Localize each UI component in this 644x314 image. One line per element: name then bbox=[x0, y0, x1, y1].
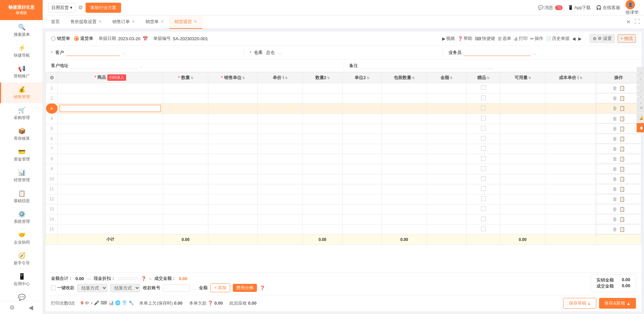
gift-checkbox[interactable] bbox=[481, 206, 486, 211]
unit2-cell[interactable] bbox=[342, 174, 382, 184]
settlement-method-select[interactable]: 结算方式 bbox=[77, 284, 107, 292]
right-btn-7[interactable]: ✩ bbox=[637, 103, 644, 112]
copy-row-icon[interactable]: 📋 bbox=[619, 136, 625, 141]
topbar-gear-icon[interactable]: ⚙ bbox=[78, 4, 83, 11]
unit2-cell[interactable] bbox=[342, 124, 382, 134]
quantity2-cell[interactable] bbox=[303, 124, 342, 134]
delete-row-icon[interactable]: 🗑 bbox=[612, 106, 617, 111]
sales-unit-cell[interactable] bbox=[208, 114, 258, 124]
copy-row-icon[interactable]: 📋 bbox=[619, 186, 625, 192]
unit2-cell[interactable] bbox=[342, 214, 382, 224]
delete-row-icon[interactable]: 🗑 bbox=[612, 136, 617, 141]
package-qty-cell[interactable] bbox=[382, 224, 427, 235]
delete-row-icon[interactable]: 🗑 bbox=[612, 206, 617, 212]
gift-cell[interactable] bbox=[466, 114, 500, 124]
price-sort-icon[interactable]: ⇅ bbox=[285, 76, 287, 80]
toolbar-icon2[interactable]: ♪ bbox=[91, 300, 93, 306]
account-input[interactable] bbox=[163, 284, 190, 292]
package-qty-cell[interactable] bbox=[382, 194, 427, 204]
unit-price-cell[interactable] bbox=[258, 83, 303, 93]
product-cell[interactable] bbox=[58, 114, 163, 124]
cost-price-cell[interactable] bbox=[545, 83, 596, 93]
cash-discount-input[interactable] bbox=[118, 277, 138, 279]
tab-close-4[interactable]: ✕ bbox=[194, 19, 197, 24]
cost-price-cell[interactable] bbox=[545, 103, 596, 114]
unit2-cell[interactable] bbox=[342, 224, 382, 235]
prev-icon[interactable]: ◀ bbox=[572, 36, 576, 41]
unit-price-cell[interactable] bbox=[258, 154, 303, 164]
product-cell[interactable] bbox=[58, 214, 163, 224]
radio-return[interactable]: 退货单 bbox=[74, 36, 93, 42]
radio-sale[interactable]: 销货单 bbox=[51, 36, 70, 42]
unit2-cell[interactable] bbox=[342, 154, 382, 164]
product-cell[interactable] bbox=[58, 224, 163, 235]
unit2-cell[interactable] bbox=[342, 164, 382, 174]
package-qty-cell[interactable] bbox=[382, 144, 427, 154]
next-icon[interactable]: ▶ bbox=[578, 36, 582, 41]
price-info-icon[interactable]: ℹ bbox=[282, 75, 284, 80]
unit-price-cell[interactable] bbox=[258, 174, 303, 184]
gift-cell[interactable] bbox=[466, 164, 500, 174]
copy-row-icon[interactable]: 📋 bbox=[619, 216, 625, 222]
available-cell[interactable] bbox=[500, 204, 545, 214]
address-input[interactable] bbox=[70, 62, 138, 69]
package-qty-cell[interactable] bbox=[382, 184, 427, 194]
sidebar-item-basic[interactable]: 📋基础信息 bbox=[0, 186, 43, 207]
gift-checkbox[interactable] bbox=[481, 146, 486, 151]
quantity-cell[interactable] bbox=[163, 103, 208, 114]
copy-row-icon[interactable]: 📋 bbox=[619, 126, 625, 131]
sidebar-item-system[interactable]: ⚙️系统管理 bbox=[0, 207, 43, 228]
available-cell[interactable] bbox=[500, 224, 545, 235]
available-cell[interactable] bbox=[500, 83, 545, 93]
tab-close-3[interactable]: ✕ bbox=[161, 19, 164, 24]
quantity2-cell[interactable] bbox=[303, 214, 342, 224]
tab-close-2[interactable]: ✕ bbox=[132, 19, 135, 24]
cost-price-cell[interactable] bbox=[545, 144, 596, 154]
toolbar-icon1[interactable]: 中 bbox=[85, 300, 89, 306]
available-cell[interactable] bbox=[500, 214, 545, 224]
copy-row-icon[interactable]: 📋 bbox=[619, 156, 625, 162]
discount-help-icon[interactable]: ❓ bbox=[141, 276, 146, 281]
right-btn-2[interactable]: 客 bbox=[637, 73, 644, 78]
amount-cell[interactable] bbox=[427, 124, 466, 134]
cost-price-cell[interactable] bbox=[545, 194, 596, 204]
warehouse-dots[interactable]: ... bbox=[278, 50, 282, 55]
gift-checkbox[interactable] bbox=[481, 186, 486, 191]
quantity-cell[interactable] bbox=[163, 124, 208, 134]
quantity2-cell[interactable] bbox=[303, 103, 342, 114]
sidebar-item-shortcuts[interactable]: ⚡快捷导航 bbox=[0, 41, 43, 62]
gift-checkbox[interactable] bbox=[481, 96, 486, 100]
sales-unit-cell[interactable] bbox=[208, 144, 258, 154]
qty2-sort-icon[interactable]: ⇅ bbox=[327, 76, 330, 80]
add-payment-btn[interactable]: + 添加 bbox=[210, 284, 230, 292]
amount-cell[interactable] bbox=[427, 224, 466, 235]
amount-cell[interactable] bbox=[427, 114, 466, 124]
delete-row-icon[interactable]: 🗑 bbox=[612, 196, 617, 202]
copy-row-icon[interactable]: 📋 bbox=[619, 146, 625, 151]
col-gear[interactable]: ⚙ bbox=[46, 72, 58, 83]
sales-unit-cell[interactable] bbox=[208, 214, 258, 224]
quantity-cell[interactable] bbox=[163, 144, 208, 154]
sidebar-item-guide[interactable]: 🧭新手引导 bbox=[0, 249, 43, 269]
sidebar-item-marketing[interactable]: 📢营销推广 bbox=[0, 62, 43, 82]
quantity-cell[interactable] bbox=[163, 214, 208, 224]
save-draft-btn[interactable]: 保存草稿 ▲ bbox=[563, 298, 597, 309]
quantity-cell[interactable] bbox=[163, 164, 208, 174]
sales-unit-cell[interactable] bbox=[208, 154, 258, 164]
amount-cell[interactable] bbox=[427, 184, 466, 194]
gift-cell[interactable] bbox=[466, 93, 500, 103]
product-cell[interactable] bbox=[58, 194, 163, 204]
available-cell[interactable] bbox=[500, 164, 545, 174]
gift-checkbox[interactable] bbox=[481, 196, 486, 201]
unit2-cell[interactable] bbox=[342, 103, 382, 114]
product-input[interactable] bbox=[60, 105, 161, 112]
sales-unit-cell[interactable] bbox=[208, 93, 258, 103]
quantity-cell[interactable] bbox=[163, 204, 208, 214]
package-qty-cell[interactable] bbox=[382, 124, 427, 134]
unit-price-cell[interactable] bbox=[258, 194, 303, 204]
experience-btn[interactable]: 体验行业方案 bbox=[86, 3, 121, 13]
collapse-icon[interactable]: ◀ bbox=[29, 304, 33, 311]
available-cell[interactable] bbox=[500, 144, 545, 154]
package-qty-cell[interactable] bbox=[382, 93, 427, 103]
date-value[interactable]: 2023-03-20 bbox=[118, 36, 141, 41]
